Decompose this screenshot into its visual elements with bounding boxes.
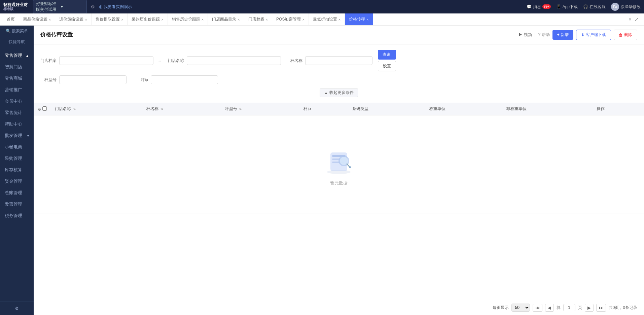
sidebar-item-marketing[interactable]: 营销推广: [1, 84, 32, 96]
tab-close-store-profile[interactable]: ×: [266, 18, 268, 22]
tab-close-price-scale[interactable]: ×: [366, 18, 368, 22]
table-header-scale-ip: 秤ip: [299, 103, 348, 115]
scale-model-label: 秤型号: [40, 77, 57, 83]
table-area: ⚙ 门店名称 ⇅ 秤名称 ⇅ 秤型号 ⇅: [34, 103, 644, 300]
scale-ip-input[interactable]: [151, 75, 218, 84]
tab-min-discount[interactable]: 最低折扣设置 ×: [309, 13, 345, 26]
sidebar-item-retail-mgmt[interactable]: 零售管理 ▲: [1, 50, 32, 61]
next-page-button[interactable]: ▶: [585, 304, 594, 312]
page-title: 价格传秤设置: [40, 31, 73, 38]
table-header-scale-name: 秤名称 ⇅: [142, 103, 221, 115]
content-area: 价格传秤设置 ▶ 视频 | ? 帮助 + 新增 ⬇ 客户端下载: [34, 26, 644, 315]
scale-ip-label: 秤ip: [132, 77, 148, 83]
table-header-weight-unit: 称重单位: [425, 103, 502, 115]
tab-sale-price[interactable]: 售价提取设置 ×: [92, 13, 128, 26]
sort-scale-name-icon[interactable]: ⇅: [160, 107, 163, 111]
sidebar-search[interactable]: 🔍 搜索菜单: [0, 26, 34, 37]
prev-page-button[interactable]: ◀: [545, 304, 554, 312]
total-info: 共0页，0条记录: [609, 305, 637, 311]
page-header: 价格传秤设置 ▶ 视频 | ? 帮助 + 新增 ⬇ 客户端下载: [34, 26, 644, 44]
tab-bar: 首页 商品价格设置 × 进价策略设置 × 售价提取设置 × 采购历史价跟踪 × …: [0, 13, 644, 26]
svg-point-8: [349, 166, 351, 168]
user-profile-button[interactable]: Ea 徐泽华修改: [611, 3, 641, 11]
tab-purchase-strategy[interactable]: 进价策略设置 ×: [55, 13, 91, 26]
messages-button[interactable]: 💬 消息 99+: [527, 4, 551, 10]
sidebar-quick-nav[interactable]: 快捷导航: [0, 37, 34, 47]
sidebar-item-general-ledger[interactable]: 总账管理: [1, 187, 32, 199]
query-button[interactable]: 查询: [378, 50, 396, 60]
tab-close-purchase-strategy[interactable]: ×: [85, 18, 87, 22]
expand-tab-icon[interactable]: ⤢: [634, 16, 639, 23]
tab-close-price-settings[interactable]: ×: [49, 18, 51, 22]
tab-close-sale-price[interactable]: ×: [121, 18, 123, 22]
sort-scale-model-icon[interactable]: ⇅: [239, 107, 242, 111]
online-service-button[interactable]: 🎧 在线客服: [583, 4, 606, 10]
sidebar-item-retail-stats[interactable]: 零售统计: [1, 107, 32, 118]
app-logo: 畅捷通好业财 标准版: [3, 2, 30, 11]
version-selector[interactable]: 好业财标准版交付试用 ▾: [33, 0, 87, 14]
table-settings-icon[interactable]: ⚙: [38, 107, 41, 112]
tab-store-catalog[interactable]: 门店商品目录 ×: [208, 13, 244, 26]
sidebar-item-member-center[interactable]: 会员中心: [1, 96, 32, 107]
tab-close-purchase-history[interactable]: ×: [161, 18, 163, 22]
sidebar-item-retail-mall[interactable]: 零售商城: [1, 73, 32, 84]
table-header-barcode-type: 条码类型: [348, 103, 425, 115]
help-link[interactable]: ? 帮助: [538, 32, 550, 38]
top-bar: 畅捷通好业财 标准版 好业财标准版交付试用 ▾ ⚙ ◎ 我要看实例演示 💬 消息…: [0, 0, 644, 13]
sidebar-item-smart-store[interactable]: 智慧门店: [1, 61, 32, 73]
store-name-label: 门店名称: [168, 58, 184, 64]
close-all-tabs-icon[interactable]: ×: [629, 16, 632, 23]
page-label: 算: [557, 305, 561, 311]
settings-button[interactable]: 设置: [378, 61, 396, 71]
tab-close-pos-management[interactable]: ×: [302, 18, 304, 22]
sidebar-item-tax-mgmt[interactable]: 税务管理: [1, 210, 32, 221]
demo-link[interactable]: ◎ 我要看实例演示: [99, 4, 132, 10]
store-name-input[interactable]: [187, 56, 281, 65]
page-size-select[interactable]: 50 10 20 100: [511, 304, 530, 312]
select-all-checkbox[interactable]: [42, 106, 47, 111]
store-profile-dots[interactable]: ···: [156, 58, 163, 63]
tab-bar-controls: × ⤢: [626, 16, 641, 23]
sidebar-gear-button[interactable]: ⚙: [0, 302, 34, 315]
video-link[interactable]: ▶ 视频: [518, 32, 532, 38]
sidebar-item-inventory[interactable]: 库存核算: [1, 164, 32, 176]
sidebar-item-invoice-mgmt[interactable]: 发票管理: [1, 199, 32, 210]
last-page-button[interactable]: ⏭: [596, 304, 606, 312]
sidebar-item-purchase-mgmt[interactable]: 采购管理: [1, 153, 32, 164]
sidebar-item-finance[interactable]: 资金管理: [1, 176, 32, 187]
scale-name-input[interactable]: [305, 56, 372, 65]
empty-illustration: [322, 142, 356, 176]
collapse-filter-button[interactable]: ▲ 收起更多条件: [320, 88, 358, 97]
scale-model-input[interactable]: [59, 75, 127, 84]
tab-price-scale[interactable]: 价格传秤 ×: [345, 13, 373, 26]
tab-price-settings[interactable]: 商品价格设置 ×: [19, 13, 55, 26]
scale-name-label: 秤名称: [286, 58, 302, 64]
tab-close-min-discount[interactable]: ×: [338, 18, 341, 22]
page-number-input[interactable]: [563, 304, 575, 311]
download-button[interactable]: ⬇ 客户端下载: [576, 30, 611, 40]
delete-button[interactable]: 🗑 删除: [614, 30, 637, 40]
tab-store-profile[interactable]: 门店档案 ×: [244, 13, 272, 26]
chevron-down-icon: ▾: [27, 134, 29, 138]
filter-store-name: 门店名称: [168, 56, 281, 65]
table-header-action: 操作: [593, 103, 644, 115]
add-button[interactable]: + 新增: [552, 30, 573, 40]
store-profile-input[interactable]: [59, 56, 153, 65]
app-download-button[interactable]: 📱 App下载: [556, 4, 578, 10]
topbar-settings-icon[interactable]: ⚙: [90, 3, 96, 11]
tab-close-store-catalog[interactable]: ×: [238, 18, 240, 22]
sort-store-name-icon[interactable]: ⇅: [73, 107, 76, 111]
sidebar-item-wholesale-mgmt[interactable]: 批发管理 ▾: [1, 130, 32, 141]
sidebar-item-xiaochang-ecom[interactable]: 小畅电商: [1, 141, 32, 153]
page-actions: ▶ 视频 | ? 帮助 + 新增 ⬇ 客户端下载 🗑 删除: [518, 30, 637, 40]
chevron-up-icon: ▲: [324, 91, 328, 95]
sidebar-item-help-center[interactable]: 帮助中心: [1, 118, 32, 130]
tab-close-sale-history[interactable]: ×: [202, 18, 204, 22]
filter-row-1: 门店档案 ··· 门店名称 秤名称 查询 设置: [40, 50, 637, 71]
empty-state: 暂元数据: [34, 115, 644, 213]
tab-purchase-history[interactable]: 采购历史价跟踪 ×: [128, 13, 168, 26]
tab-sale-history[interactable]: 销售历史价跟踪 ×: [168, 13, 208, 26]
tab-home[interactable]: 首页: [3, 13, 19, 26]
first-page-button[interactable]: ⏮: [533, 304, 542, 312]
tab-pos-management[interactable]: POS加密管理 ×: [272, 13, 309, 26]
